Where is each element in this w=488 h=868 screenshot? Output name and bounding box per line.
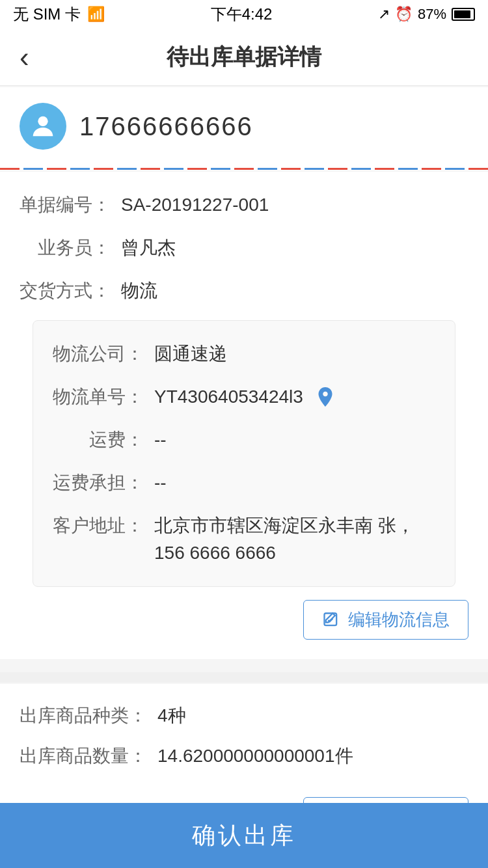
goods-types-label: 出库商品种类： — [20, 703, 147, 728]
status-time: 下午4:42 — [211, 4, 273, 25]
logistics-company-row: 物流公司： 圆通速递 — [53, 340, 435, 368]
doc-number-label: 单据编号： — [20, 191, 111, 219]
customer-phone: 17666666666 — [79, 112, 253, 141]
logistics-section: 物流公司： 圆通速递 物流单号： YT43064053424l3 运费： -- … — [33, 320, 455, 587]
section-separator — [0, 672, 488, 683]
customer-header: 17666666666 — [0, 87, 488, 165]
confirm-outbound-button[interactable]: 确认出库 — [0, 803, 488, 868]
freight-bearer-value: -- — [154, 469, 435, 496]
edit-logistics-label: 编辑物流信息 — [348, 608, 450, 631]
status-bar: 无 SIM 卡 📶 下午4:42 ↗ ⏰ 87% — [0, 0, 488, 29]
freight-label: 运费： — [53, 426, 144, 454]
salesman-row: 业务员： 曾凡杰 — [20, 234, 468, 262]
goods-quantity-value: 14.620000000000001件 — [157, 744, 353, 768]
salesman-value: 曾凡杰 — [121, 234, 468, 262]
logistics-tracking-value: YT43064053424l3 — [154, 383, 435, 411]
logistics-tracking-label: 物流单号： — [53, 383, 144, 411]
freight-row: 运费： -- — [53, 426, 435, 454]
goods-types-row: 出库商品种类： 4种 — [20, 703, 468, 728]
page-title: 待出库单据详情 — [167, 42, 321, 72]
address-row: 客户地址： 北京市市辖区海淀区永丰南 张，156 6666 6666 — [53, 512, 435, 567]
dashed-divider — [0, 165, 488, 170]
goods-quantity-label: 出库商品数量： — [20, 744, 147, 768]
status-right: ↗ ⏰ 87% — [378, 6, 475, 23]
svg-point-0 — [38, 116, 47, 126]
wifi-icon: 📶 — [87, 6, 105, 23]
delivery-value: 物流 — [121, 277, 468, 305]
user-icon — [28, 111, 58, 141]
address-value: 北京市市辖区海淀区永丰南 张，156 6666 6666 — [154, 512, 435, 567]
edit-btn-row: 编辑物流信息 — [20, 587, 468, 640]
confirm-outbound-label: 确认出库 — [192, 820, 296, 852]
alarm-icon: ⏰ — [395, 6, 413, 23]
nav-bar: ‹ 待出库单据详情 — [0, 29, 488, 86]
delivery-row: 交货方式： 物流 — [20, 277, 468, 305]
doc-number-row: 单据编号： SA-20191227-001 — [20, 191, 468, 219]
battery-icon — [452, 8, 475, 21]
address-label: 客户地址： — [53, 512, 144, 539]
doc-number-value: SA-20191227-001 — [121, 191, 468, 219]
logistics-company-value: 圆通速递 — [154, 340, 435, 368]
avatar — [20, 103, 66, 150]
document-info-section: 单据编号： SA-20191227-001 业务员： 曾凡杰 交货方式： 物流 … — [0, 172, 488, 659]
freight-value: -- — [154, 426, 435, 454]
edit-logistics-button[interactable]: 编辑物流信息 — [303, 600, 468, 640]
map-pin-icon[interactable] — [314, 385, 337, 409]
freight-bearer-row: 运费承担： -- — [53, 469, 435, 496]
back-button[interactable]: ‹ — [20, 43, 42, 72]
status-left: 无 SIM 卡 📶 — [13, 4, 105, 25]
delivery-label: 交货方式： — [20, 277, 111, 305]
salesman-label: 业务员： — [20, 234, 111, 262]
goods-quantity-row: 出库商品数量： 14.620000000000001件 — [20, 744, 468, 768]
location-status-icon: ↗ — [378, 6, 390, 23]
freight-bearer-label: 运费承担： — [53, 469, 144, 496]
logistics-tracking-row: 物流单号： YT43064053424l3 — [53, 383, 435, 411]
edit-icon — [322, 611, 340, 629]
carrier-text: 无 SIM 卡 — [13, 4, 81, 25]
goods-types-value: 4种 — [157, 703, 186, 728]
logistics-company-label: 物流公司： — [53, 340, 144, 368]
battery-text: 87% — [418, 6, 446, 23]
